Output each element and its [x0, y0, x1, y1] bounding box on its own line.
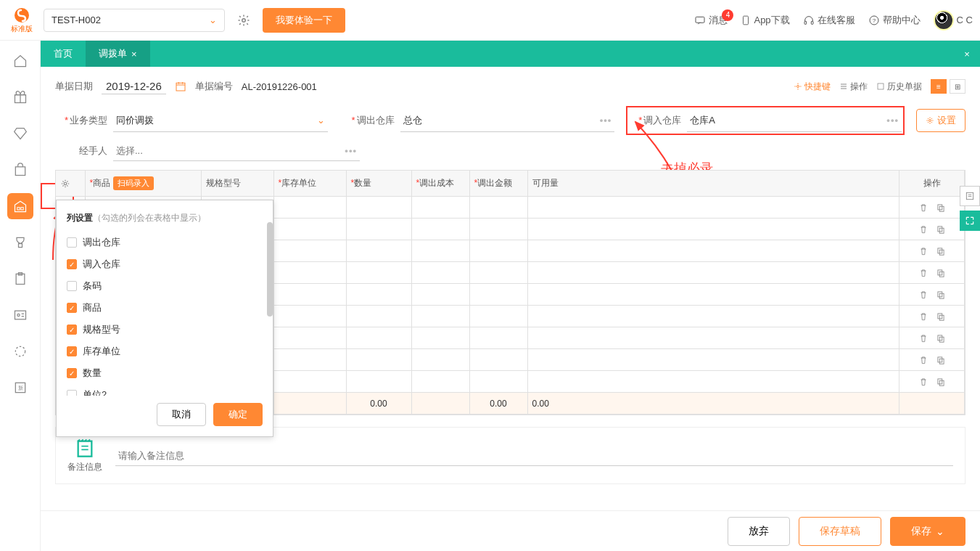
col-spec: 规格型号 [201, 171, 273, 197]
in-input[interactable]: 仓库A••• [687, 110, 902, 132]
biz-type-label: *业务类型 [55, 114, 113, 127]
copy-icon[interactable] [936, 268, 946, 278]
nav-new[interactable]: 新 [7, 375, 33, 401]
tab-home[interactable]: 首页 [41, 41, 86, 67]
checkbox[interactable]: ✓ [67, 303, 77, 313]
scan-button[interactable]: 扫码录入 [113, 176, 154, 190]
delete-icon[interactable] [918, 311, 928, 322]
field-biz-type: *业务类型 同价调拨⌄ [55, 109, 328, 132]
col-unit: *库存单位 [273, 171, 346, 197]
checkbox[interactable]: ✓ [67, 325, 77, 335]
remark-input[interactable] [115, 446, 953, 466]
handler-field[interactable] [116, 145, 345, 156]
help-link[interactable]: ? 帮助中心 [868, 14, 921, 27]
total-avail: 0.00 [527, 393, 899, 415]
copy-icon[interactable] [936, 355, 946, 365]
handler-input[interactable]: ••• [113, 141, 360, 161]
biz-type-input[interactable]: 同价调拨⌄ [113, 110, 328, 132]
save-draft-button[interactable]: 保存草稿 [799, 517, 881, 546]
nav-clipboard[interactable] [7, 266, 33, 292]
nav-gift[interactable] [7, 84, 33, 110]
checkbox[interactable]: ✓ [67, 368, 77, 378]
column-option[interactable]: 条码 [67, 275, 263, 297]
service-link[interactable]: 在线客服 [803, 14, 855, 27]
trial-button[interactable]: 我要体验一下 [263, 8, 345, 33]
column-option[interactable]: ✓商品 [67, 297, 263, 319]
tab-transfer[interactable]: 调拨单 × [86, 41, 150, 67]
operate-link[interactable]: 操作 [839, 81, 868, 93]
delete-icon[interactable] [918, 290, 928, 300]
float-expand[interactable] [960, 211, 980, 231]
delete-icon[interactable] [918, 203, 928, 213]
svg-rect-26 [937, 226, 942, 231]
org-selector[interactable]: TEST-H002 ⌄ [44, 9, 225, 32]
nav-contact[interactable] [7, 302, 33, 328]
column-option[interactable]: 调出仓库 [67, 232, 263, 253]
messages-link[interactable]: 消息 4 [694, 14, 728, 27]
save-button[interactable]: 保存⌄ [890, 517, 965, 546]
delete-icon[interactable] [918, 355, 928, 365]
shortcut-link[interactable]: 快捷键 [794, 81, 831, 93]
user-menu[interactable]: C C [934, 10, 973, 30]
ok-button[interactable]: 确定 [213, 403, 263, 426]
calendar-icon[interactable] [175, 81, 186, 92]
popup-buttons: 取消 确定 [57, 396, 273, 429]
column-option[interactable]: ✓数量 [67, 362, 263, 384]
close-all-tabs[interactable]: × [954, 41, 980, 67]
discard-button[interactable]: 放弃 [728, 517, 790, 546]
checkbox[interactable] [67, 281, 77, 291]
column-label: 规格型号 [83, 323, 120, 336]
checkbox[interactable]: ✓ [67, 346, 77, 356]
nav-diamond[interactable] [7, 121, 33, 147]
checkbox[interactable]: ✓ [67, 259, 77, 269]
ellipsis-icon[interactable]: ••• [600, 115, 612, 126]
scrollbar-thumb[interactable] [267, 222, 273, 317]
help-label: 帮助中心 [883, 14, 921, 27]
view-grid[interactable]: ⊞ [950, 79, 965, 94]
col-settings-button[interactable] [56, 171, 85, 197]
column-option[interactable]: 单位2 [67, 384, 263, 396]
copy-icon[interactable] [936, 290, 946, 300]
nav-money[interactable] [7, 229, 33, 256]
copy-icon[interactable] [936, 203, 946, 213]
copy-icon[interactable] [936, 224, 946, 234]
copy-icon[interactable] [936, 246, 946, 256]
svg-rect-43 [966, 192, 973, 199]
svg-rect-19 [176, 83, 185, 91]
checkbox[interactable] [67, 390, 77, 396]
column-list[interactable]: 调出仓库✓调入仓库条码✓商品✓规格型号✓库存单位✓数量单位2 [57, 229, 273, 396]
logo-text: 标准版 [11, 24, 33, 34]
copy-icon[interactable] [936, 333, 946, 343]
date-value[interactable]: 2019-12-26 [102, 78, 166, 94]
delete-icon[interactable] [918, 268, 928, 278]
delete-icon[interactable] [918, 333, 928, 343]
ellipsis-icon[interactable]: ••• [345, 145, 357, 156]
out-input[interactable]: 总仓••• [400, 110, 615, 132]
float-note[interactable] [960, 186, 980, 206]
app-download-link[interactable]: App下载 [741, 14, 789, 27]
copy-icon[interactable] [936, 377, 946, 387]
column-option[interactable]: ✓规格型号 [67, 319, 263, 340]
checkbox[interactable] [67, 237, 77, 248]
nav-home[interactable] [7, 48, 33, 74]
logo[interactable]: 标准版 [7, 7, 36, 34]
org-settings-button[interactable] [232, 9, 255, 32]
close-icon[interactable]: × [131, 49, 137, 60]
copy-icon[interactable] [936, 311, 946, 322]
column-option[interactable]: ✓库存单位 [67, 340, 263, 362]
view-list[interactable]: ≡ [931, 79, 947, 94]
nav-bag[interactable] [7, 157, 33, 183]
column-option[interactable]: ✓调入仓库 [67, 253, 263, 275]
delete-icon[interactable] [918, 224, 928, 234]
delete-icon[interactable] [918, 377, 928, 387]
settings-button[interactable]: 设置 [916, 109, 965, 132]
nav-loading[interactable] [7, 338, 33, 364]
nav-warehouse[interactable] [7, 193, 33, 219]
cancel-button[interactable]: 取消 [157, 403, 206, 426]
delete-icon[interactable] [918, 246, 928, 256]
remark-label: 备注信息 [67, 461, 102, 473]
ellipsis-icon[interactable]: ••• [886, 115, 899, 126]
history-link[interactable]: 历史单据 [876, 81, 922, 93]
popup-title: 列设置（勾选的列会在表格中显示） [57, 208, 273, 229]
warehouse-icon [13, 199, 28, 213]
